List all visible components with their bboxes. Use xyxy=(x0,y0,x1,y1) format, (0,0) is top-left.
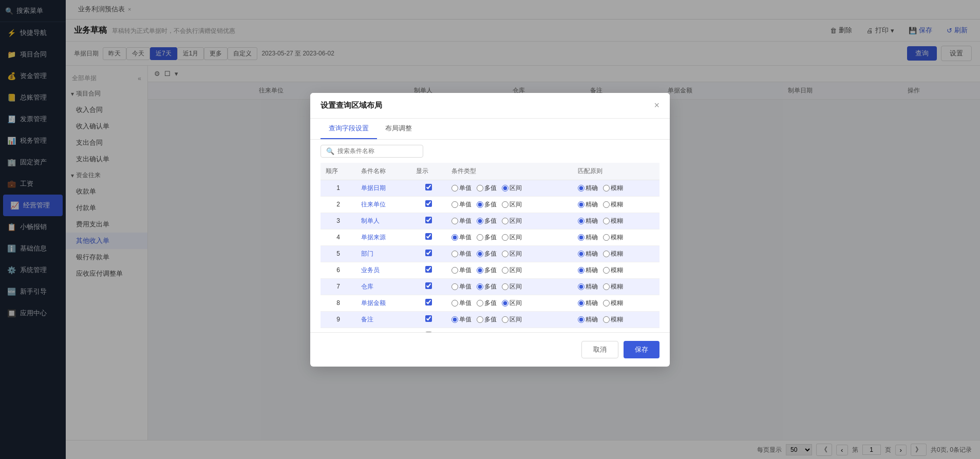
checkbox-show-4[interactable] xyxy=(425,250,432,256)
match-label-精确: 精确 xyxy=(578,332,598,332)
radio-多值-2[interactable] xyxy=(477,218,483,224)
radio-多值-4[interactable] xyxy=(477,251,483,257)
row-condition-name: 业务员 xyxy=(356,262,411,278)
radio-单值-1[interactable] xyxy=(451,201,458,208)
row-order: 10 xyxy=(321,328,356,332)
match-radio-模糊-8[interactable] xyxy=(603,316,610,323)
match-radio-模糊-0[interactable] xyxy=(603,185,610,192)
row-condition-name: 仓库 xyxy=(356,278,411,295)
checkbox-show-1[interactable] xyxy=(425,200,432,207)
radio-label-单值: 单值 xyxy=(451,217,472,225)
radio-label-单值: 单值 xyxy=(451,332,472,332)
cancel-button[interactable]: 取消 xyxy=(581,341,618,358)
row-condition-type: 单值多值区间 xyxy=(446,213,573,229)
checkbox-show-7[interactable] xyxy=(425,299,432,305)
radio-单值-6[interactable] xyxy=(451,283,458,290)
modal-tab-fields[interactable]: 查询字段设置 xyxy=(321,119,377,139)
match-radio-精确-0[interactable] xyxy=(578,185,585,192)
radio-区间-0[interactable] xyxy=(502,185,508,192)
radio-区间-5[interactable] xyxy=(502,267,508,274)
match-radio-模糊-1[interactable] xyxy=(603,201,610,208)
radio-多值-6[interactable] xyxy=(477,283,483,290)
radio-label-多值: 多值 xyxy=(477,250,497,258)
radio-单值-0[interactable] xyxy=(451,185,458,192)
row-order: 7 xyxy=(321,278,356,295)
match-radio-模糊-6[interactable] xyxy=(603,283,610,290)
modal-search-input[interactable] xyxy=(337,147,418,155)
match-radio-精确-4[interactable] xyxy=(578,251,585,257)
row-order: 3 xyxy=(321,213,356,229)
match-radio-精确-5[interactable] xyxy=(578,267,585,274)
modal-table-row: 3制单人单值多值区间精确模糊 xyxy=(321,213,659,229)
checkbox-show-8[interactable] xyxy=(425,315,432,322)
radio-区间-3[interactable] xyxy=(502,234,508,241)
radio-单值-7[interactable] xyxy=(451,300,458,307)
row-match-principle: 精确模糊 xyxy=(573,295,659,311)
match-radio-精确-1[interactable] xyxy=(578,201,585,208)
checkbox-show-9[interactable] xyxy=(425,332,432,332)
row-order: 6 xyxy=(321,262,356,278)
radio-单值-4[interactable] xyxy=(451,251,458,257)
row-order: 2 xyxy=(321,196,356,213)
modal-save-button[interactable]: 保存 xyxy=(624,341,659,358)
row-show-cell xyxy=(411,196,446,213)
radio-单值-8[interactable] xyxy=(451,316,458,323)
match-label-模糊: 模糊 xyxy=(603,315,623,324)
modal-close-button[interactable]: × xyxy=(654,100,659,111)
match-radio-模糊-3[interactable] xyxy=(603,234,610,241)
radio-单值-3[interactable] xyxy=(451,234,458,241)
radio-区间-4[interactable] xyxy=(502,251,508,257)
radio-多值-1[interactable] xyxy=(477,201,483,208)
match-label-精确: 精确 xyxy=(578,250,598,258)
radio-多值-7[interactable] xyxy=(477,300,483,307)
row-condition-name: 制单人 xyxy=(356,213,411,229)
match-radio-精确-3[interactable] xyxy=(578,234,585,241)
match-radio-精确-8[interactable] xyxy=(578,316,585,323)
row-match-principle: 精确模糊 xyxy=(573,213,659,229)
match-radio-精确-7[interactable] xyxy=(578,300,585,307)
row-condition-name: 单据编号 xyxy=(356,328,411,332)
radio-label-单值: 单值 xyxy=(451,184,472,193)
radio-label-区间: 区间 xyxy=(502,233,522,242)
modal-table-row: 7仓库单值多值区间精确模糊 xyxy=(321,278,659,295)
radio-区间-6[interactable] xyxy=(502,283,508,290)
row-order: 1 xyxy=(321,180,356,196)
radio-多值-5[interactable] xyxy=(477,267,483,274)
modal-overlay[interactable]: 设置查询区域布局 × 查询字段设置布局调整 🔍 顺序条件名称显示条件类型匹配原则… xyxy=(0,0,980,459)
modal-tab-layout[interactable]: 布局调整 xyxy=(377,119,420,139)
checkbox-show-6[interactable] xyxy=(425,282,432,289)
radio-单值-2[interactable] xyxy=(451,218,458,224)
radio-单值-5[interactable] xyxy=(451,267,458,274)
row-order: 4 xyxy=(321,229,356,245)
match-radio-模糊-5[interactable] xyxy=(603,267,610,274)
radio-label-多值: 多值 xyxy=(477,266,497,275)
radio-区间-1[interactable] xyxy=(502,201,508,208)
match-radio-模糊-4[interactable] xyxy=(603,251,610,257)
match-radio-精确-6[interactable] xyxy=(578,283,585,290)
radio-区间-7[interactable] xyxy=(502,300,508,307)
checkbox-show-0[interactable] xyxy=(425,184,432,190)
settings-modal: 设置查询区域布局 × 查询字段设置布局调整 🔍 顺序条件名称显示条件类型匹配原则… xyxy=(310,93,670,367)
checkbox-show-2[interactable] xyxy=(425,217,432,223)
match-label-精确: 精确 xyxy=(578,299,598,308)
match-radio-精确-2[interactable] xyxy=(578,218,585,224)
row-show-cell xyxy=(411,213,446,229)
radio-label-区间: 区间 xyxy=(502,315,522,324)
radio-label-单值: 单值 xyxy=(451,200,472,209)
radio-多值-0[interactable] xyxy=(477,185,483,192)
radio-区间-2[interactable] xyxy=(502,218,508,224)
checkbox-show-3[interactable] xyxy=(425,233,432,240)
row-condition-type: 单值多值区间 xyxy=(446,328,573,332)
modal-col-显示: 显示 xyxy=(411,163,446,180)
match-label-模糊: 模糊 xyxy=(603,332,623,332)
modal-table-row: 2往来单位单值多值区间精确模糊 xyxy=(321,196,659,213)
radio-多值-3[interactable] xyxy=(477,234,483,241)
radio-区间-8[interactable] xyxy=(502,316,508,323)
checkbox-show-5[interactable] xyxy=(425,266,432,273)
match-radio-模糊-7[interactable] xyxy=(603,300,610,307)
radio-多值-8[interactable] xyxy=(477,316,483,323)
modal-table-wrap: 顺序条件名称显示条件类型匹配原则 1单据日期单值多值区间精确模糊2往来单位单值多… xyxy=(310,163,670,332)
match-radio-模糊-2[interactable] xyxy=(603,218,610,224)
radio-label-区间: 区间 xyxy=(502,332,522,332)
row-show-cell xyxy=(411,328,446,332)
